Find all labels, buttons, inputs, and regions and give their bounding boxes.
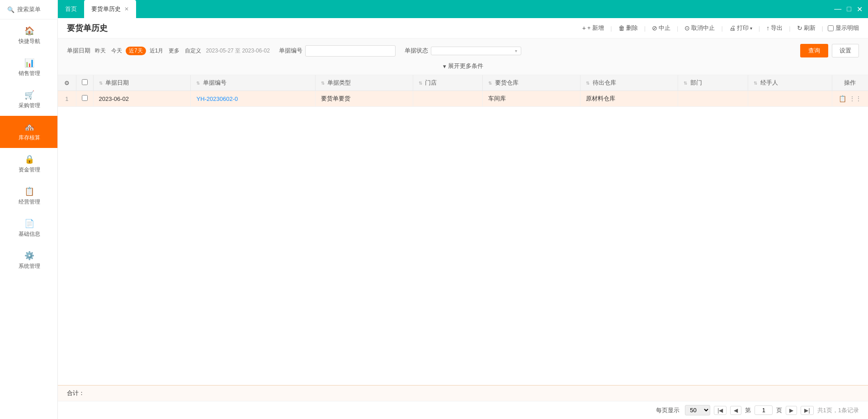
td-doc-type: 要货单要货 (315, 91, 413, 107)
filter-area: 单据日期 昨天 今天 近7天 近1月 更多 自定义 2023-05-27 至 2… (58, 38, 868, 75)
date-btn-today[interactable]: 今天 (109, 47, 124, 55)
cancel-stop-button[interactable]: ⊙ 取消中止 (683, 24, 717, 32)
sidebar-item-inventory[interactable]: 🏘️ 库存核算 (0, 116, 57, 148)
separator-7: | (822, 25, 823, 32)
refresh-button[interactable]: ↻ 刷新 (795, 24, 817, 32)
sidebar-item-label: 基础信息 (19, 230, 40, 238)
page-size-select[interactable]: 20 50 100 200 (685, 405, 710, 415)
maximize-icon[interactable]: □ (847, 5, 851, 13)
expand-more-button[interactable]: ▾ 展开更多条件 (67, 60, 859, 72)
more-icon[interactable]: ⋮⋮ (849, 95, 862, 102)
export-label: 导出 (771, 24, 783, 32)
th-actions: 操作 (832, 75, 868, 91)
sort-icon: ⇅ (586, 81, 590, 86)
doc-status-label: 单据状态 (405, 47, 428, 55)
th-req-warehouse: ⇅ 要货仓库 (483, 75, 580, 91)
select-all-checkbox[interactable] (82, 79, 88, 85)
separator-6: | (789, 25, 790, 32)
first-page-button[interactable]: |◀ (714, 406, 726, 415)
export-button[interactable]: ↑ 导出 (764, 24, 784, 32)
date-btn-yesterday[interactable]: 昨天 (93, 47, 108, 55)
settings-icon[interactable]: ⚙ (64, 80, 70, 86)
header-actions: + + 新增 | 🗑 删除 | ⊘ 中止 | ⊙ 取消中止 | (580, 24, 859, 32)
date-btn-more[interactable]: 更多 (167, 47, 181, 55)
date-btn-7days[interactable]: 近7天 (126, 47, 146, 55)
home-icon: 🏠 (24, 26, 34, 36)
delete-label: 删除 (626, 24, 638, 32)
tab-requisition-history[interactable]: 要货单历史 ✕ (84, 0, 136, 18)
td-req-warehouse: 车间库 (483, 91, 580, 107)
date-btn-1month[interactable]: 近1月 (148, 47, 165, 55)
query-button[interactable]: 查询 (800, 44, 828, 57)
table-header-row: ⚙ ⇅ 单据日期 ⇅ 单据编号 (58, 75, 868, 91)
minimize-icon[interactable]: — (834, 5, 841, 13)
sidebar-item-label: 经营管理 (19, 198, 40, 206)
stop-icon: ⊘ (652, 24, 657, 32)
settings-button[interactable]: 设置 (832, 44, 859, 57)
page-number-input[interactable] (755, 405, 773, 415)
doc-status-select[interactable]: ▾ (431, 47, 521, 55)
sort-icon: ⇅ (419, 81, 422, 86)
expand-arrow-icon: ▾ (443, 63, 446, 70)
td-dept (678, 91, 748, 107)
td-doc-no[interactable]: YH-20230602-0 (191, 91, 315, 107)
main-area: 首页 要货单历史 ✕ — □ ✕ 要货单历史 + + 新增 | 🗑 删除 (58, 0, 868, 419)
purchase-icon: 🛒 (24, 90, 34, 100)
sidebar-item-sales[interactable]: 📊 销售管理 (0, 52, 57, 84)
doc-no-link[interactable]: YH-20230602-0 (196, 95, 238, 102)
finance-icon: 🔒 (24, 154, 34, 164)
content-area: 要货单历史 + + 新增 | 🗑 删除 | ⊘ 中止 | ⊙ (58, 18, 868, 419)
td-handler (748, 91, 832, 107)
close-window-icon[interactable]: ✕ (857, 5, 863, 14)
sidebar-item-system[interactable]: ⚙️ 系统管理 (0, 244, 57, 276)
refresh-label: 刷新 (804, 24, 816, 32)
row-checkbox[interactable] (82, 95, 88, 101)
date-btn-custom[interactable]: 自定义 (183, 47, 203, 55)
last-page-button[interactable]: ▶| (801, 406, 813, 415)
doc-no-input[interactable] (305, 45, 396, 57)
cancel-stop-label: 取消中止 (691, 24, 715, 32)
sidebar-item-purchase[interactable]: 🛒 采购管理 (0, 84, 57, 116)
stop-button[interactable]: ⊘ 中止 (650, 24, 672, 32)
sidebar-item-label: 系统管理 (19, 262, 40, 270)
doc-date-label: 单据日期 (67, 47, 90, 55)
th-check (76, 75, 93, 91)
delete-icon: 🗑 (618, 24, 625, 32)
sidebar-item-basic[interactable]: 📄 基础信息 (0, 212, 57, 244)
show-detail-label: 显示明细 (835, 24, 859, 32)
th-settings: ⚙ (58, 75, 76, 91)
delete-button[interactable]: 🗑 删除 (617, 24, 640, 32)
show-detail-input[interactable] (828, 25, 834, 31)
sort-icon: ⇅ (321, 81, 325, 86)
new-button[interactable]: + + 新增 (580, 24, 606, 32)
footer-summary: 合计： (58, 385, 868, 401)
sidebar-search[interactable]: 🔍 搜索菜单 (0, 0, 57, 19)
th-doc-no: ⇅ 单据编号 (191, 75, 315, 91)
operation-icon: 📋 (24, 186, 34, 196)
print-button[interactable]: 🖨 打印 ▾ (727, 24, 754, 32)
tab-close-icon[interactable]: ✕ (124, 6, 129, 12)
filter-doc-status: 单据状态 ▾ (405, 47, 521, 55)
show-detail-checkbox[interactable]: 显示明细 (828, 24, 859, 32)
sidebar-search-label: 搜索菜单 (17, 5, 41, 14)
tab-home[interactable]: 首页 (58, 0, 84, 18)
filter-doc-no: 单据编号 (279, 45, 396, 57)
page-size-label: 每页显示 (656, 406, 679, 414)
total-info: 共1页，1条记录 (817, 406, 859, 414)
basic-icon: 📄 (24, 219, 34, 229)
sidebar-item-quick-nav[interactable]: 🏠 快捷导航 (0, 19, 57, 52)
pagination: 每页显示 20 50 100 200 |◀ ◀ 第 页 ▶ ▶| 共1页，1条记… (58, 401, 868, 419)
sidebar-item-label: 快捷导航 (19, 38, 40, 45)
th-store: ⇅ 门店 (413, 75, 483, 91)
next-page-button[interactable]: ▶ (786, 406, 797, 415)
view-icon[interactable]: 📋 (839, 95, 846, 102)
sidebar-item-finance[interactable]: 🔒 资金管理 (0, 148, 57, 180)
td-num: 1 (58, 91, 76, 107)
chevron-down-icon: ▾ (515, 48, 517, 53)
export-icon: ↑ (766, 24, 769, 32)
td-actions: 📋 ⋮⋮ (832, 91, 868, 107)
new-icon: + (582, 24, 586, 32)
td-pending-warehouse: 原材料仓库 (580, 91, 678, 107)
sidebar-item-operation[interactable]: 📋 经营管理 (0, 180, 57, 212)
prev-page-button[interactable]: ◀ (730, 406, 741, 415)
